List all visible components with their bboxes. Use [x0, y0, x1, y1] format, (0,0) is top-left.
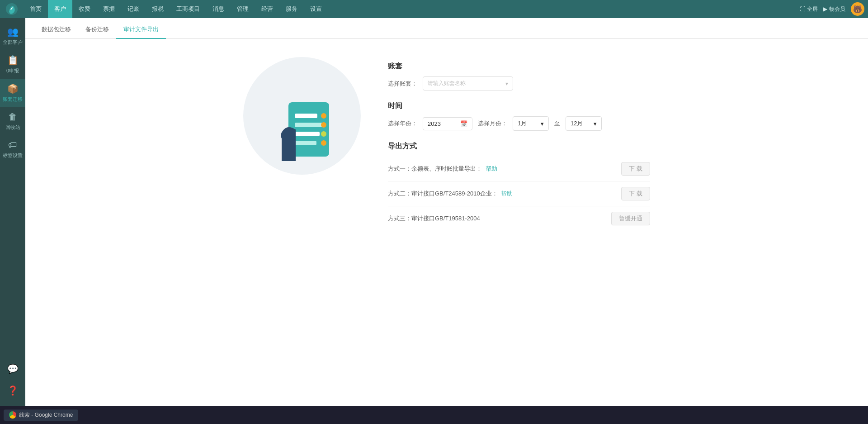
svg-point-6	[321, 113, 326, 119]
form-section: 账套 选择账套： 请输入账套名称 ▾ 时间 选择年	[388, 57, 650, 231]
content-area: 数据包迁移 备份迁移 审计文件导出	[25, 18, 868, 406]
month-end-select[interactable]: 12月 ▾	[566, 116, 602, 131]
time-section-title: 时间	[388, 101, 650, 111]
tab-bar: 数据包迁移 备份迁移 审计文件导出	[25, 18, 868, 39]
support-icon: 💬	[7, 363, 19, 374]
sidebar: 👥 全部客户 📋 0申报 📦 账套迁移 🗑 回收站 🏷 标签设置 💬 ❓	[0, 18, 25, 406]
time-form-row: 选择年份： 2023 📅 选择月份： 1月 ▾ 至	[388, 116, 650, 131]
nav-manage[interactable]: 管理	[231, 0, 255, 18]
illustration	[243, 57, 361, 175]
all-clients-icon: 👥	[7, 26, 19, 37]
sidebar-item-help[interactable]: ❓	[0, 381, 25, 400]
month-end-value: 12月	[571, 119, 583, 128]
svg-rect-2	[295, 114, 317, 118]
nav-fee[interactable]: 收费	[72, 0, 97, 18]
nav-menu: 首页 客户 收费 票据 记账 报税 工商项目 消息 管理 经营 服务 设置	[24, 0, 800, 18]
account-label: 选择账套：	[388, 80, 417, 88]
svg-point-9	[321, 140, 326, 146]
zero-declare-icon: 📋	[7, 55, 19, 66]
fullscreen-button[interactable]: ⛶ 全屏	[800, 5, 818, 13]
recycle-icon: 🗑	[8, 112, 17, 122]
month-label: 选择月份：	[478, 119, 507, 128]
nav-service[interactable]: 服务	[279, 0, 304, 18]
nav-right: ⛶ 全屏 ▶ 畅会员 🐻	[800, 2, 864, 16]
time-section: 时间 选择年份： 2023 📅 选择月份： 1月 ▾	[388, 101, 650, 131]
svg-point-8	[321, 131, 326, 137]
sidebar-item-recycle[interactable]: 🗑 回收站	[0, 107, 25, 135]
help-icon: ❓	[7, 385, 19, 396]
vip-button[interactable]: ▶ 畅会员	[823, 5, 845, 13]
year-input[interactable]: 2023 📅	[423, 117, 472, 130]
chrome-icon	[9, 411, 16, 419]
method1-download-button[interactable]: 下 载	[621, 162, 650, 176]
account-placeholder: 请输入账套名称	[428, 80, 466, 87]
vip-icon: ▶	[823, 6, 827, 12]
sidebar-item-support[interactable]: 💬	[0, 359, 25, 379]
tab-data-migrate[interactable]: 数据包迁移	[34, 21, 78, 39]
nav-message[interactable]: 消息	[206, 0, 231, 18]
account-migrate-icon: 📦	[7, 83, 19, 94]
method1-label: 方式一：余额表、序时账批量导出： 帮助	[388, 165, 497, 173]
year-label: 选择年份：	[388, 119, 417, 128]
top-nav: 首页 客户 收费 票据 记账 报税 工商项目 消息 管理 经营 服务 设置 ⛶ …	[0, 0, 868, 18]
account-arrow-icon: ▾	[505, 81, 508, 87]
nav-invoice[interactable]: 票据	[97, 0, 121, 18]
nav-operate[interactable]: 经营	[255, 0, 279, 18]
account-section: 账套 选择账套： 请输入账套名称 ▾	[388, 62, 650, 91]
taskbar: 线索 - Google Chrome	[0, 406, 868, 424]
main-layout: 👥 全部客户 📋 0申报 📦 账套迁移 🗑 回收站 🏷 标签设置 💬 ❓	[0, 18, 868, 406]
export-section-title: 导出方式	[388, 142, 650, 151]
tab-backup-migrate[interactable]: 备份迁移	[78, 21, 116, 39]
export-method-2: 方式二：审计接口GB/T24589-2010企业： 帮助 下 载	[388, 181, 650, 206]
method3-open-button[interactable]: 暂缓开通	[611, 212, 650, 225]
account-section-title: 账套	[388, 62, 650, 71]
month-start-select[interactable]: 1月 ▾	[513, 116, 549, 131]
account-form-row: 选择账套： 请输入账套名称 ▾	[388, 76, 650, 91]
nav-business[interactable]: 工商项目	[170, 0, 206, 18]
nav-account[interactable]: 记账	[121, 0, 146, 18]
nav-tax[interactable]: 报税	[146, 0, 170, 18]
sidebar-item-zero-declare[interactable]: 📋 0申报	[0, 50, 25, 79]
method3-label: 方式三：审计接口GB/T19581-2004	[388, 214, 480, 223]
to-text: 至	[554, 119, 560, 128]
svg-rect-5	[295, 141, 316, 145]
svg-point-7	[321, 122, 326, 128]
calendar-icon: 📅	[460, 120, 467, 127]
nav-home[interactable]: 首页	[24, 0, 48, 18]
nav-settings[interactable]: 设置	[304, 0, 328, 18]
method2-label: 方式二：审计接口GB/T24589-2010企业： 帮助	[388, 190, 513, 198]
method2-download-button[interactable]: 下 载	[621, 187, 650, 200]
account-select[interactable]: 请输入账套名称 ▾	[423, 76, 513, 91]
fullscreen-icon: ⛶	[800, 6, 805, 12]
nav-client[interactable]: 客户	[48, 0, 72, 18]
avatar[interactable]: 🐻	[851, 2, 864, 16]
app-logo	[4, 1, 20, 17]
sidebar-item-tag-setting[interactable]: 🏷 标签设置	[0, 135, 25, 163]
export-method-1: 方式一：余额表、序时账批量导出： 帮助 下 载	[388, 157, 650, 181]
taskbar-item-label: 线索 - Google Chrome	[19, 411, 73, 419]
svg-rect-3	[295, 123, 323, 127]
taskbar-chrome-item[interactable]: 线索 - Google Chrome	[4, 410, 78, 421]
sidebar-item-account-migrate[interactable]: 📦 账套迁移	[0, 79, 25, 107]
export-section: 导出方式 方式一：余额表、序时账批量导出： 帮助 下 载 方式二：审计接口GB/…	[388, 142, 650, 231]
tag-setting-icon: 🏷	[8, 140, 17, 150]
sidebar-bottom: 💬 ❓	[0, 359, 25, 406]
content-wrapper: 账套 选择账套： 请输入账套名称 ▾ 时间 选择年	[243, 57, 650, 231]
year-value: 2023	[428, 120, 441, 127]
page-content: 账套 选择账套： 请输入账套名称 ▾ 时间 选择年	[25, 39, 868, 406]
svg-rect-4	[295, 132, 320, 136]
month-end-arrow-icon: ▾	[594, 120, 597, 127]
month-start-value: 1月	[518, 119, 527, 128]
method1-help-link[interactable]: 帮助	[486, 165, 497, 172]
sidebar-item-all-clients[interactable]: 👥 全部客户	[0, 22, 25, 50]
tab-audit-export[interactable]: 审计文件导出	[116, 21, 166, 39]
export-method-3: 方式三：审计接口GB/T19581-2004 暂缓开通	[388, 206, 650, 231]
month-start-arrow-icon: ▾	[541, 120, 544, 127]
method2-help-link[interactable]: 帮助	[501, 190, 513, 197]
